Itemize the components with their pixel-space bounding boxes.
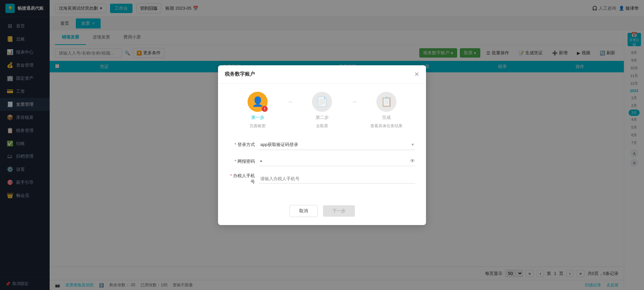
step-2-desc: 去取票 <box>316 123 328 129</box>
step-3: 📋 完成 查看具体任务结果 <box>358 92 415 129</box>
steps: 👤 ! 第一步 完善账密 → 📄 第二步 去取票 <box>229 92 415 129</box>
step-3-label: 完成 <box>382 115 391 121</box>
form-row-login-method: 登录方式 app获取验证码登录 ▾ <box>229 140 415 150</box>
phone-input[interactable] <box>259 174 415 184</box>
eye-icon[interactable]: 👁 <box>410 158 415 164</box>
step-arrow-1: → <box>286 92 293 105</box>
login-method-label: 登录方式 <box>229 142 259 148</box>
login-method-select[interactable]: app获取验证码登录 ▾ <box>259 140 415 150</box>
step-3-icon-wrap: 📋 <box>376 92 396 112</box>
app-container: 💡 畅捷通易代账 ⊞ 首页 📒 总账 📊 报表中心 💰 资金管理 🏢 固 <box>0 0 644 290</box>
step-2-label: 第二步 <box>316 115 329 121</box>
step-2: 📄 第二步 去取票 <box>293 92 351 129</box>
modal-body: 👤 ! 第一步 完善账密 → 📄 第二步 去取票 <box>218 84 426 200</box>
password-input-wrap: 👁 <box>259 157 415 166</box>
modal-close-button[interactable]: ✕ <box>414 71 419 78</box>
modal-dialog: 税务数字账户 ✕ 👤 ! 第一步 完善账密 → <box>218 65 426 225</box>
chevron-down-icon: ▾ <box>412 142 414 147</box>
step-3-icon: 📋 <box>381 96 392 107</box>
step-1-icon: 👤 <box>252 96 264 107</box>
step-3-desc: 查看具体任务结果 <box>370 123 402 129</box>
password-input[interactable] <box>259 157 410 166</box>
step-2-icon-wrap: 📄 <box>312 92 332 112</box>
step-1-alert: ! <box>262 106 268 112</box>
step-1-desc: 完善账密 <box>250 123 266 129</box>
form-row-password: 网报密码 👁 <box>229 157 415 166</box>
form-row-phone: 办税人手机号 <box>229 173 415 185</box>
phone-label: 办税人手机号 <box>229 173 259 185</box>
step-1-icon-wrap: 👤 ! <box>248 92 268 112</box>
cancel-button[interactable]: 取消 <box>289 205 318 217</box>
modal-header: 税务数字账户 ✕ <box>218 65 426 84</box>
modal-title: 税务数字账户 <box>225 71 255 77</box>
modal-footer: 取消 下一步 <box>218 200 426 225</box>
step-1: 👤 ! 第一步 完善账密 <box>229 92 286 129</box>
modal-overlay: 税务数字账户 ✕ 👤 ! 第一步 完善账密 → <box>0 0 644 290</box>
login-method-value: app获取验证码登录 <box>260 142 298 148</box>
step-2-icon: 📄 <box>316 96 328 107</box>
next-button[interactable]: 下一步 <box>323 205 355 217</box>
step-arrow-2: → <box>351 92 358 105</box>
password-label: 网报密码 <box>229 158 259 164</box>
step-1-label: 第一步 <box>251 115 264 121</box>
